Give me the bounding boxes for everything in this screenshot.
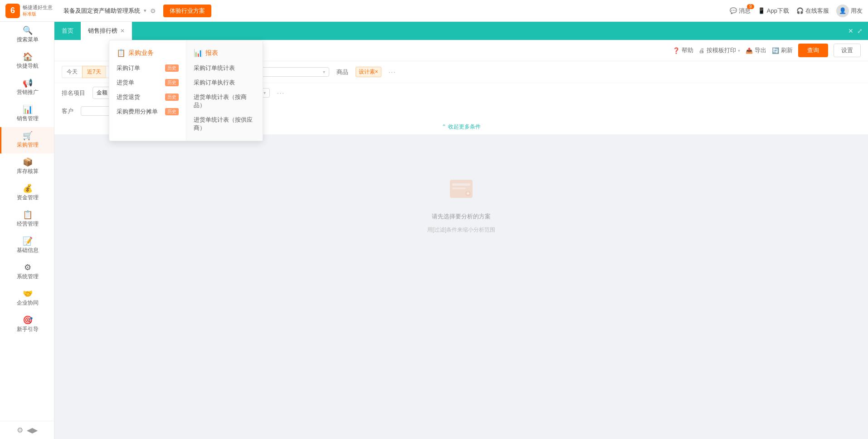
sidebar-bottom: ⚙ ◀▶ [0,421,54,439]
sidebar-item-purchase[interactable]: 🛒 采购管理 [0,127,54,153]
dropdown-item-purchase-stat[interactable]: 采购订单统计表 [186,61,263,75]
sidebar-label-search: 搜索菜单 [17,36,39,44]
main-layout: 🔍 搜索菜单 🏠 快捷导航 📢 营销推广 📊 销售管理 🛒 采购管理 📦 库存核… [0,22,868,439]
report-col-icon: 📊 [194,49,203,57]
document-status-arrow: ▾ [323,69,325,74]
dropdown-purchase-col: 📋 采购业务 采购订单 历史 进货单 历史 进货退货 历史 [109,40,186,141]
sidebar-item-system[interactable]: ⚙ 系统管理 [0,259,54,285]
online-service-btn[interactable]: 🎧 在线客服 [796,7,829,15]
sidebar-item-search[interactable]: 🔍 搜索菜单 [0,22,54,48]
notification-badge: 9 [747,4,754,9]
dropdown-item-purchase-order[interactable]: 采购订单 历史 [109,61,186,75]
template-print-btn[interactable]: 🖨 按模板打印 ▾ [699,46,740,54]
top-bar: 6 畅捷通好生意 标准版 装备及固定资产辅助管理系统 ▾ ⚙ 体验行业方案 💬 … [0,0,868,22]
query-btn[interactable]: 查询 [798,44,828,57]
settings-toolbar-btn[interactable]: 设置 [834,44,861,57]
refresh-icon: 🔄 [772,47,779,54]
rank-value: 金额 [97,89,107,97]
sidebar-item-inventory[interactable]: 📦 库存核算 [0,153,54,180]
sidebar-label-marketing: 营销推广 [17,89,39,96]
svg-rect-2 [452,187,466,189]
staff-arrow: ▾ [263,90,266,95]
help-label: 帮助 [682,46,693,54]
settings-icon[interactable]: ⚙ [150,7,156,15]
enterprise-icon: 🤝 [23,290,33,298]
customer-label: 客户 [62,107,73,115]
marketing-icon: 📢 [23,79,33,87]
help-btn[interactable]: ❓ 帮助 [673,46,693,54]
dropdown-report-col: 📊 报表 采购订单统计表 采购订单执行表 进货单统计表（按商品） 进货单统计表（… [186,40,263,141]
headset-icon: 🎧 [796,7,804,14]
sidebar-item-operations[interactable]: 📋 经营管理 [0,206,54,232]
sidebar-label-inventory: 库存核算 [17,168,39,175]
purchase-col-icon: 📋 [117,49,126,57]
goods-label: 商品 [336,68,348,76]
purchase-order-badge: 历史 [165,64,179,72]
dropdown-item-purchase-cost[interactable]: 采购费用分摊单 历史 [109,104,186,119]
stock-return-badge: 历史 [165,94,179,101]
export-btn[interactable]: 📤 导出 [746,46,766,54]
sidebar-item-capital[interactable]: 💰 资金管理 [0,180,54,206]
basic-info-icon: 📝 [23,237,33,245]
sidebar-item-beginner[interactable]: 🎯 新手引导 [0,311,54,338]
sidebar-item-sales[interactable]: 📊 销售管理 [0,101,54,127]
user-area[interactable]: 👤 用友 [836,5,863,17]
date-opt-7days[interactable]: 近7天 [82,66,106,78]
top-right-area: 💬 消息 9 📱 App下载 🎧 在线客服 👤 用友 [730,5,863,17]
dropdown-item-stock-by-supplier[interactable]: 进货单统计表（按供应商） [186,113,263,135]
sidebar-label-quick-nav: 快捷导航 [17,62,39,70]
logo-text: 畅捷通好生意 [23,4,53,10]
tab-close-icon[interactable]: ✕ [120,28,125,34]
sidebar-label-basic-info: 基础信息 [17,247,39,254]
dropdown-purchase-header: 📋 采购业务 [109,46,186,61]
sidebar-item-enterprise[interactable]: 🤝 企业协同 [0,285,54,311]
settings-bottom-icon[interactable]: ⚙ [17,426,23,434]
dropdown-item-stock-in[interactable]: 进货单 历史 [109,75,186,90]
collapse-sidebar-icon[interactable]: ◀▶ [27,426,38,434]
system-title-dropdown[interactable]: ▾ [144,8,146,14]
template-print-label: 按模板打印 [707,46,736,54]
user-avatar: 👤 [836,5,849,17]
sidebar-label-sales: 销售管理 [17,115,39,123]
purchase-order-label: 采购订单 [117,64,140,72]
tab-sales-rank[interactable]: 销售排行榜 ✕ [81,22,132,40]
maximize-icon[interactable]: ⤢ [857,27,863,35]
tab-home-label: 首页 [62,27,73,35]
message-icon: 💬 [730,7,737,14]
goods-tag-text: 设计素× [359,68,378,76]
goods-more-dots[interactable]: ··· [389,69,396,75]
tab-bar-icons: ✕ ⤢ [843,27,868,35]
dropdown-item-purchase-exec[interactable]: 采购订单执行表 [186,75,263,90]
industry-btn[interactable]: 体验行业方案 [163,5,211,17]
print-arrow-icon: ▾ [738,48,740,53]
messages-btn[interactable]: 💬 消息 9 [730,7,751,15]
dropdown-menu: 📋 采购业务 采购订单 历史 进货单 历史 进货退货 历史 [109,40,263,141]
stock-in-badge: 历史 [165,79,179,86]
sidebar-item-marketing[interactable]: 📢 营销推广 [0,74,54,101]
purchase-cost-label: 采购费用分摊单 [117,108,158,116]
search-icon: 🔍 [23,26,33,35]
dropdown-item-stock-by-goods[interactable]: 进货单统计表（按商品） [186,90,263,113]
close-window-icon[interactable]: ✕ [848,27,853,35]
sidebar-label-operations: 经营管理 [17,220,39,228]
phone-icon: 📱 [758,7,765,14]
sidebar-label-system: 系统管理 [17,273,39,281]
sidebar: 🔍 搜索菜单 🏠 快捷导航 📢 营销推广 📊 销售管理 🛒 采购管理 📦 库存核… [0,22,54,439]
goods-tag[interactable]: 设计素× [356,67,381,77]
empty-icon [443,171,479,207]
app-download-label: App下载 [767,7,789,15]
help-icon: ❓ [673,47,680,54]
app-download-btn[interactable]: 📱 App下载 [758,7,789,15]
content-area: 首页 销售排行榜 ✕ ✕ ⤢ 📋 采购业务 采 [54,22,868,439]
purchase-cost-badge: 历史 [165,108,179,115]
sidebar-item-quick-nav[interactable]: 🏠 快捷导航 [0,48,54,74]
staff-more-dots[interactable]: ··· [277,89,285,96]
purchase-exec-label: 采购订单执行表 [194,79,235,87]
dropdown-item-stock-return[interactable]: 进货退货 历史 [109,90,186,104]
refresh-btn[interactable]: 🔄 刷新 [772,46,793,54]
stock-by-goods-label: 进货单统计表（按商品） [194,93,256,109]
sidebar-item-basic-info[interactable]: 📝 基础信息 [0,232,54,259]
date-opt-today[interactable]: 今天 [62,66,82,78]
tab-home[interactable]: 首页 [54,22,81,40]
tab-bar: 首页 销售排行榜 ✕ ✕ ⤢ 📋 采购业务 采 [54,22,868,40]
